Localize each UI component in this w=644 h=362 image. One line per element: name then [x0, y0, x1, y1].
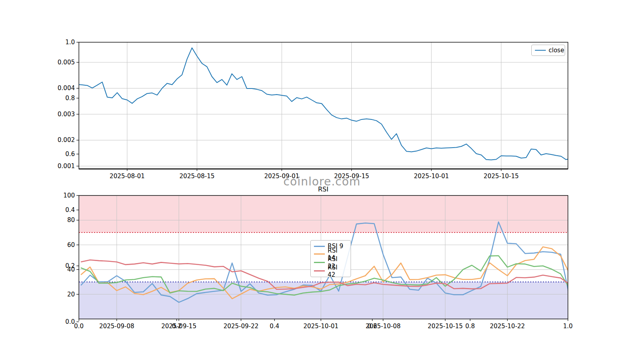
rsi-panel-title: RSI	[318, 185, 328, 193]
y-tick-label: 0.004	[58, 84, 75, 92]
price-panel: 2025-08-012025-08-152025-09-012025-09-15…	[58, 42, 571, 180]
y-tick-label: 20	[67, 291, 75, 298]
rsi-legend-label: RSI 42	[328, 264, 347, 278]
x-tick-label: 2025-10-01	[303, 323, 339, 330]
x-tick-label: 2025-10-15	[484, 173, 519, 180]
x-tick-label: 2025-09-08	[99, 323, 134, 330]
x-tick-label: 2025-08-15	[180, 173, 215, 180]
figure-y-tick-label: 0.6	[65, 150, 75, 158]
figure-y-tick-label: 0.0	[65, 318, 75, 325]
y-tick-label: 0.002	[58, 136, 75, 144]
price-legend: close	[531, 45, 565, 56]
rsi-22-swatch	[314, 262, 325, 263]
y-tick-label: 0.005	[58, 59, 75, 66]
rsi-42-swatch	[314, 270, 325, 272]
x-tick-label: 2025-10-01	[414, 173, 449, 180]
y-tick-label: 80	[67, 216, 75, 224]
figure-y-tick-label: 0.2	[65, 262, 75, 269]
figure-x-tick-label: 0.8	[465, 323, 475, 330]
y-tick-label: 0.001	[58, 162, 75, 170]
y-tick-label: 60	[67, 241, 75, 249]
figure-y-tick-label: 0.8	[65, 95, 75, 102]
overbought-band	[79, 195, 568, 232]
figure-x-tick-label: 0.0	[74, 323, 84, 330]
figure-y-tick-label: 1.0	[65, 39, 75, 46]
chart-figure: 2025-09-082025-09-152025-09-222025-10-01…	[0, 0, 644, 362]
legend-entry-rsi-42: RSI 42	[314, 267, 347, 275]
legend-entry-close: close	[535, 46, 564, 55]
rsi-legend: RSI 9RSI 14RSI 22RSI 42	[310, 240, 351, 277]
figure-x-tick-label: 0.6	[367, 323, 377, 330]
close-legend-label: close	[549, 47, 564, 54]
rsi-9-swatch	[314, 246, 325, 247]
figure-x-tick-label: 1.0	[563, 323, 573, 330]
figure-y-tick-label: 0.4	[65, 206, 75, 214]
rsi-14-swatch	[314, 253, 325, 255]
x-tick-label: 2025-10-22	[490, 323, 525, 330]
figure-x-tick-label: 0.2	[172, 323, 182, 330]
close-line	[77, 48, 571, 160]
y-tick-label: 100	[63, 192, 75, 199]
x-tick-label: 2025-09-22	[223, 323, 258, 330]
close-line-swatch	[535, 50, 546, 51]
x-tick-label: 2025-08-01	[109, 173, 144, 180]
figure-x-tick-label: 0.4	[270, 323, 279, 330]
y-tick-label: 0.003	[58, 111, 75, 118]
x-tick-label: 2025-10-15	[428, 323, 463, 330]
